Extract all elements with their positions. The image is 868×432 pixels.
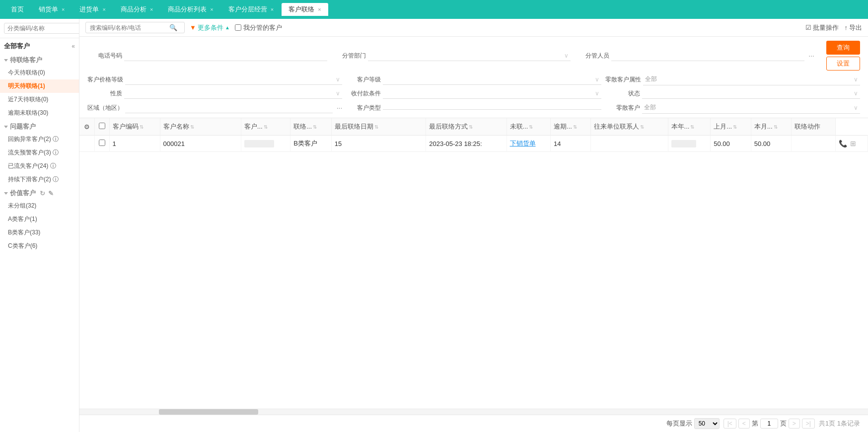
status-select[interactable]: ∨	[642, 88, 860, 99]
my-customers-checkbox[interactable]	[235, 24, 241, 31]
query-button[interactable]: 查询	[826, 41, 860, 55]
branch-dept-select[interactable]: ∨	[368, 51, 571, 61]
th-checkbox[interactable]	[94, 118, 109, 136]
close-product-analysis-icon[interactable]: ×	[150, 6, 153, 12]
sidebar-item-class-a[interactable]: A类客户(1)	[0, 213, 79, 226]
nav-customer-contact[interactable]: 客户联络 ×	[282, 3, 328, 16]
sidebar-all-customers[interactable]: 全部客户 «	[0, 38, 79, 53]
select-all-checkbox[interactable]	[99, 123, 105, 129]
refresh-icon[interactable]: ↻	[40, 190, 45, 197]
filter-row-4: 区域（地区） ··· 客户类型 零散客户 全部 ∨	[87, 102, 860, 114]
sidebar-search-input[interactable]	[4, 23, 79, 34]
table-header-row: ⚙ 客户编码 ⇅ 客户名称	[79, 118, 868, 136]
th-last-contact-date[interactable]: 最后联络日期 ⇅	[331, 118, 426, 136]
th-customer-level[interactable]: 客户... ⇅	[241, 118, 290, 136]
export-btn[interactable]: ↑ 导出	[845, 23, 863, 32]
th-contact-count[interactable]: 联络... ⇅	[290, 118, 332, 136]
settings-icon[interactable]: ⚙	[84, 123, 90, 131]
nav-customer-segment[interactable]: 客户分层经营 ×	[221, 3, 281, 16]
retail-attr-select[interactable]: 全部 ∨	[643, 73, 860, 85]
customer-price-level-select[interactable]: ∨	[125, 74, 342, 85]
sidebar-item-ungrouped[interactable]: 未分组(32)	[0, 199, 79, 213]
search-button-icon[interactable]: 🔍	[169, 24, 177, 31]
sidebar-item-class-b[interactable]: B类客户(33)	[0, 226, 79, 239]
prev-page-btn[interactable]: <	[738, 419, 750, 429]
th-contact-person[interactable]: 往来单位联系人 ⇅	[591, 118, 668, 136]
th-last-month-amount[interactable]: 上月... ⇅	[711, 118, 751, 136]
more-conditions-btn[interactable]: ▼ 更多条件 ▲	[190, 23, 230, 32]
per-page-select[interactable]: 20 50 100 200	[694, 418, 720, 429]
sort-last-month-icon: ⇅	[733, 124, 737, 130]
filter-region: 区域（地区） ···	[87, 103, 342, 113]
search-input[interactable]	[90, 24, 169, 31]
nature-select[interactable]: ∨	[124, 88, 342, 99]
sidebar-section-value[interactable]: 价值客户 ↻ ✎	[0, 186, 79, 199]
horizontal-scrollbar[interactable]	[79, 409, 868, 415]
edit-icon[interactable]: ✎	[48, 190, 54, 197]
sidebar-item-class-c[interactable]: C类客户(6)	[0, 239, 79, 253]
td-last-month-amount: 50.00	[751, 136, 791, 152]
sidebar-item-tomorrow-contact[interactable]: 明天待联络(1)	[0, 79, 79, 93]
nav-product-analysis-list[interactable]: 商品分析列表 ×	[161, 3, 220, 16]
phone-input[interactable]	[124, 51, 327, 61]
branch-person-input[interactable]	[611, 51, 804, 61]
last-contact-method-link[interactable]: 下销货单	[510, 140, 536, 147]
td-this-month-amount	[792, 136, 835, 152]
th-last-contact-method[interactable]: 最后联络方式 ⇅	[426, 118, 506, 136]
close-sales-order-icon[interactable]: ×	[62, 6, 65, 12]
more-action-icon[interactable]: ⊞	[850, 140, 856, 147]
th-year-amount[interactable]: 本年... ⇅	[668, 118, 711, 136]
region-more-icon[interactable]: ···	[337, 104, 343, 112]
sidebar-item-churned[interactable]: 已流失客户(24) ⓘ	[0, 159, 79, 173]
nav-purchase-order[interactable]: 进货单 ×	[72, 3, 112, 16]
sidebar-item-churn-warning[interactable]: 流失预警客户(3) ⓘ	[0, 146, 79, 159]
td-year-amount: 50.00	[711, 136, 751, 152]
sort-level-icon: ⇅	[264, 124, 268, 130]
sidebar-item-7days-contact[interactable]: 近7天待联络(0)	[0, 93, 79, 106]
filter-customer-level: 客户等级 ∨	[346, 74, 601, 85]
close-purchase-order-icon[interactable]: ×	[102, 6, 105, 12]
close-customer-segment-icon[interactable]: ×	[271, 6, 274, 12]
region-input[interactable]	[125, 103, 333, 113]
sidebar-item-declining[interactable]: 持续下滑客户(2) ⓘ	[0, 173, 79, 186]
sidebar-section-problem[interactable]: 问题客户	[0, 120, 79, 133]
nav-sales-order[interactable]: 销货单 ×	[32, 3, 72, 16]
next-page-btn[interactable]: >	[789, 419, 800, 429]
page-number-input[interactable]	[760, 419, 778, 429]
payment-terms-select[interactable]: ∨	[383, 88, 601, 99]
settings-button[interactable]: 设置	[826, 57, 860, 71]
row-checkbox[interactable]	[99, 140, 105, 146]
close-product-analysis-list-icon[interactable]: ×	[210, 6, 213, 12]
td-checkbox[interactable]	[94, 136, 109, 152]
nav-product-analysis[interactable]: 商品分析 ×	[114, 3, 160, 16]
td-last-contact-method[interactable]: 下销货单	[506, 136, 550, 152]
customer-type-select[interactable]	[383, 106, 601, 110]
chevron-up-icon: ▲	[225, 25, 230, 30]
sidebar-item-today-contact[interactable]: 今天待联络(0)	[0, 66, 79, 79]
sidebar-item-abnormal[interactable]: 回购异常客户(2) ⓘ	[0, 133, 79, 146]
batch-operation-btn[interactable]: ☑ 批量操作	[805, 23, 839, 32]
sidebar-collapse-icon: «	[72, 43, 75, 50]
phone-action-icon[interactable]: 📞	[839, 140, 847, 147]
first-page-btn[interactable]: |<	[723, 419, 736, 429]
customer-level-select[interactable]: ∨	[383, 74, 601, 85]
th-this-month-amount[interactable]: 本月... ⇅	[751, 118, 791, 136]
branch-person-more-icon[interactable]: ···	[808, 52, 814, 60]
close-customer-contact-icon[interactable]: ×	[318, 6, 321, 12]
filter-right-actions: ☑ 批量操作 ↑ 导出	[805, 23, 863, 32]
last-page-btn[interactable]: >|	[802, 419, 815, 429]
sidebar-item-overdue-contact[interactable]: 逾期未联络(30)	[0, 106, 79, 120]
th-uncontacted[interactable]: 未联... ⇅	[506, 118, 550, 136]
sidebar-section-pending[interactable]: 待联络客户	[0, 53, 79, 66]
triangle-down-icon	[4, 59, 8, 62]
nav-home[interactable]: 首页	[4, 3, 31, 16]
th-settings[interactable]: ⚙	[79, 118, 94, 136]
my-customers-checkbox-wrap[interactable]: 我分管的客户	[235, 23, 282, 32]
th-name[interactable]: 客户名称 ⇅	[160, 118, 241, 136]
td-customer-level: B类客户	[290, 136, 332, 152]
th-code[interactable]: 客户编码 ⇅	[109, 118, 160, 136]
retail-customer-select[interactable]: 全部 ∨	[642, 102, 860, 114]
th-overdue[interactable]: 逾期... ⇅	[551, 118, 591, 136]
th-action: 联络动作	[792, 118, 835, 136]
td-name	[241, 136, 290, 152]
